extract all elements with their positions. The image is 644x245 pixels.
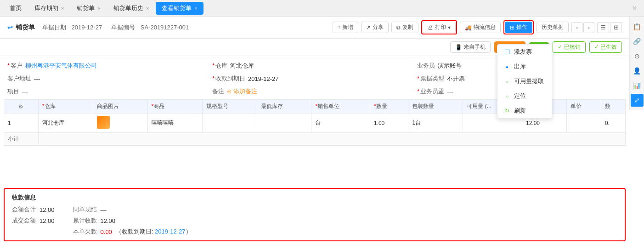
- add-invoice-icon: ☐: [504, 49, 510, 55]
- subtotal-label: 小计: [4, 133, 39, 146]
- refresh-icon: ↻: [504, 108, 510, 114]
- row-product: 嘻嘻嘻嘻: [147, 114, 202, 133]
- sidebar-icon-expand[interactable]: ⤢: [631, 94, 644, 107]
- note-label: 备注: [212, 87, 224, 96]
- tab-view-sales[interactable]: 查看销货单 ×: [156, 2, 203, 15]
- history-button[interactable]: 历史单据: [537, 22, 569, 33]
- effective-button[interactable]: ✓ 已生效: [589, 41, 622, 53]
- doc-header: ↩ 销货单 单据日期 2019-12-27 单据编号 SA-20191227-0…: [0, 17, 629, 39]
- add-icon: ⊕: [227, 88, 232, 95]
- tab-home[interactable]: 首页: [4, 2, 28, 15]
- address-value: —: [34, 75, 40, 82]
- tab-sales-history-close[interactable]: ×: [146, 6, 149, 11]
- invoice-value: 不开票: [447, 74, 465, 83]
- payment-date-label: 收款到期日: [212, 74, 245, 83]
- sidebar-icon-5[interactable]: 📊: [631, 79, 644, 92]
- sidebar-icon-1[interactable]: 📋: [631, 20, 644, 33]
- tab-sales-history-label: 销货单历史: [113, 4, 143, 12]
- copy-icon: ⧉: [396, 24, 401, 31]
- tab-inventory-init-label: 库存期初: [34, 4, 58, 12]
- payment-date-field: 收款到期日 2019-12-27: [212, 74, 417, 83]
- list-view-btn[interactable]: ☰: [597, 22, 609, 33]
- col-unit: *销售单位: [311, 100, 370, 114]
- salesperson-label: 业务员: [417, 62, 435, 70]
- owed-value: 0.00: [101, 228, 112, 235]
- window-close-button[interactable]: ×: [629, 4, 640, 12]
- operations-button[interactable]: ⊞ 操作: [505, 22, 532, 33]
- tab-sales-history[interactable]: 销货单历史 ×: [107, 2, 155, 15]
- dropdown-add-invoice[interactable]: ☐ 添发票: [497, 45, 552, 59]
- next-arrow[interactable]: ›: [583, 22, 594, 33]
- row-qty: 1.00: [370, 114, 408, 133]
- col-warehouse: *仓库: [38, 100, 93, 114]
- cumulative-field: 累计收款 12.00: [73, 217, 192, 225]
- col-img: 商品图片: [93, 100, 147, 114]
- dropdown-refresh[interactable]: ↻ 刷新: [497, 103, 552, 118]
- total-value: 12.00: [40, 206, 55, 213]
- customer-field: 客户 柳州粤港平安气体有限公司: [7, 62, 212, 70]
- doc-date-label: 单据日期 2019-12-27: [42, 23, 102, 32]
- row-img: [93, 114, 147, 133]
- sidebar-icon-2[interactable]: 🔗: [631, 35, 644, 48]
- col-qty: *数量: [370, 100, 408, 114]
- dropdown-qty-extract-label: 可用量提取: [514, 77, 544, 85]
- row-no: 1: [4, 114, 39, 133]
- print-icon: 🖨: [428, 24, 433, 31]
- print-dropdown-arrow: ▾: [448, 24, 451, 31]
- warehouse-label: 仓库: [212, 62, 227, 70]
- doc-date-value: 2019-12-27: [72, 24, 102, 31]
- address-field: 客户地址 —: [7, 74, 212, 83]
- owed-label: 本单欠款: [73, 228, 97, 236]
- cancelled-button[interactable]: ✓ 已核销: [553, 41, 585, 53]
- subtotal-row: 小计: [4, 133, 626, 146]
- deal-field: 成交金额 12.00: [12, 217, 55, 225]
- share-button[interactable]: ↗ 分享: [361, 22, 389, 33]
- dropdown-add-invoice-label: 添发票: [514, 48, 532, 56]
- nav-arrows: ‹ ›: [571, 22, 594, 33]
- grid-view-btn[interactable]: ⊞: [610, 22, 622, 33]
- operations-highlight-box: ⊞ 操作: [503, 20, 534, 34]
- row-pack-qty: 1台: [408, 114, 463, 133]
- tab-sales-order-label: 销货单: [77, 4, 95, 12]
- dropdown-locate-label: 定位: [514, 92, 526, 100]
- warehouse-field: 仓库 河北仓库: [212, 62, 417, 70]
- qty-extract-icon: ○: [504, 78, 510, 85]
- doc-number-value: SA-20191227-001: [141, 24, 189, 31]
- copy-button[interactable]: ⧉ 复制: [391, 22, 418, 33]
- view-toggle: ☰ ⊞: [597, 22, 622, 33]
- customer-value[interactable]: 柳州粤港平安气体有限公司: [25, 62, 97, 70]
- sidebar-icon-4[interactable]: 👤: [631, 64, 644, 77]
- prev-arrow[interactable]: ‹: [571, 22, 582, 33]
- sidebar-icon-3[interactable]: ⊙: [631, 50, 644, 63]
- project-label: 项目: [7, 87, 19, 96]
- dropdown-locate[interactable]: ○ 定位: [497, 89, 552, 103]
- tab-inventory-init-close[interactable]: ×: [61, 6, 64, 11]
- dropdown-refresh-label: 刷新: [514, 107, 526, 115]
- row-unit: 台: [311, 114, 370, 133]
- right-sidebar: 📋 🔗 ⊙ 👤 📊 ⤢: [629, 17, 644, 110]
- doc-title-text: 销货单: [16, 23, 35, 32]
- row-min-stock: [257, 114, 311, 133]
- owed-date: 2019-12-27: [155, 228, 186, 235]
- col-other: 数: [601, 100, 625, 114]
- table-settings-col[interactable]: ⚙: [4, 100, 39, 114]
- operations-icon: ⊞: [510, 24, 514, 31]
- from-phone-button[interactable]: 📱 来自手机: [450, 41, 491, 53]
- payment-info-fields: 金额合计 12.00 成交金额 12.00 同单现结 — 累计收款: [12, 205, 617, 236]
- tab-sales-order[interactable]: 销货单 ×: [71, 2, 106, 15]
- new-button[interactable]: + 新增: [333, 22, 358, 33]
- product-image: [97, 116, 110, 129]
- row-other: 0.: [601, 114, 625, 133]
- print-button[interactable]: 🖨 打印 ▾: [423, 22, 456, 33]
- same-order-value: —: [101, 206, 107, 213]
- tab-inventory-init[interactable]: 库存期初 ×: [28, 2, 70, 15]
- dropdown-qty-extract[interactable]: ○ 可用量提取: [497, 74, 552, 89]
- warehouse-value: 河北仓库: [230, 62, 254, 70]
- tab-view-sales-close[interactable]: ×: [194, 6, 197, 11]
- logistics-button[interactable]: 🚚 物流信息: [460, 22, 501, 33]
- doc-number-label: 单据编号 SA-20191227-001: [111, 23, 189, 32]
- dropdown-out-warehouse[interactable]: ● 出库: [497, 59, 552, 74]
- owed-note: （收款到期日: 2019-12-27）: [116, 228, 192, 236]
- note-add-btn[interactable]: ⊕ 添加备注: [227, 87, 257, 96]
- tab-sales-order-close[interactable]: ×: [97, 6, 100, 11]
